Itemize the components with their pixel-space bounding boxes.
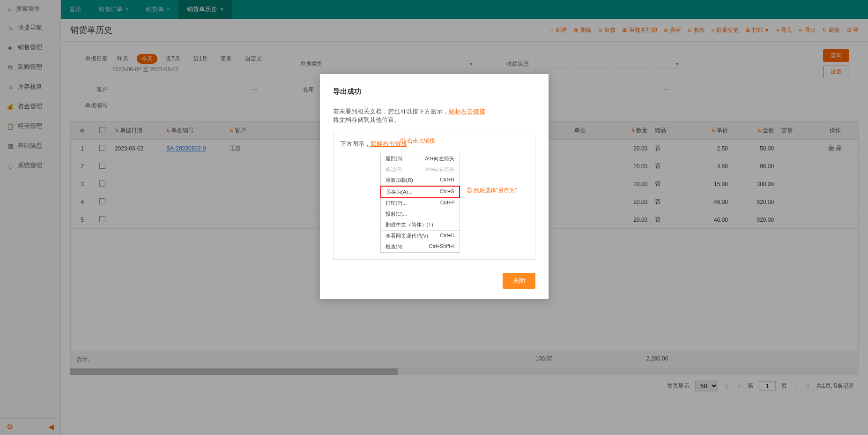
tip1: ① 右击此链接 — [400, 137, 435, 145]
instruction-diagram: 下方图示，鼠标右击链接 ① 右击此链接 返回(B)Alt+向左箭头 前进(F)A… — [333, 133, 535, 260]
right-click-link[interactable]: 鼠标右击链接 — [449, 108, 485, 115]
close-button[interactable]: 关闭 — [503, 273, 535, 289]
menu-back: 返回(B)Alt+向左箭头 — [381, 153, 460, 164]
modal-description: 若未看到相关文档，您也可以按下方图示，鼠标右击链接 将文档存储到其他位置。 — [333, 107, 535, 124]
modal-overlay: 导出成功 若未看到相关文档，您也可以按下方图示，鼠标右击链接 将文档存储到其他位… — [0, 0, 868, 435]
menu-cast: 投射(C)... — [381, 209, 460, 219]
menu-source: 查看网页源代码(V)Ctrl+U — [381, 231, 460, 241]
menu-forward: 前进(F)Alt+向右箭头 — [381, 164, 460, 175]
context-menu-diagram: 返回(B)Alt+向左箭头 前进(F)Alt+向右箭头 重新加载(R)Ctrl+… — [380, 153, 460, 253]
tip2: ② 然后选择"另存为" — [467, 187, 523, 195]
export-success-modal: 导出成功 若未看到相关文档，您也可以按下方图示，鼠标右击链接 将文档存储到其他位… — [320, 74, 549, 299]
menu-reload: 重新加载(R)Ctrl+R — [381, 175, 460, 186]
menu-print: 打印(P)...Ctrl+P — [381, 198, 460, 209]
menu-inspect: 检查(N)Ctrl+Shift+I — [381, 241, 460, 252]
menu-saveas: 另存为(A)...Ctrl+S — [380, 186, 460, 198]
modal-title: 导出成功 — [333, 87, 535, 96]
menu-translate: 翻成中文（简体）(T) — [381, 219, 460, 230]
